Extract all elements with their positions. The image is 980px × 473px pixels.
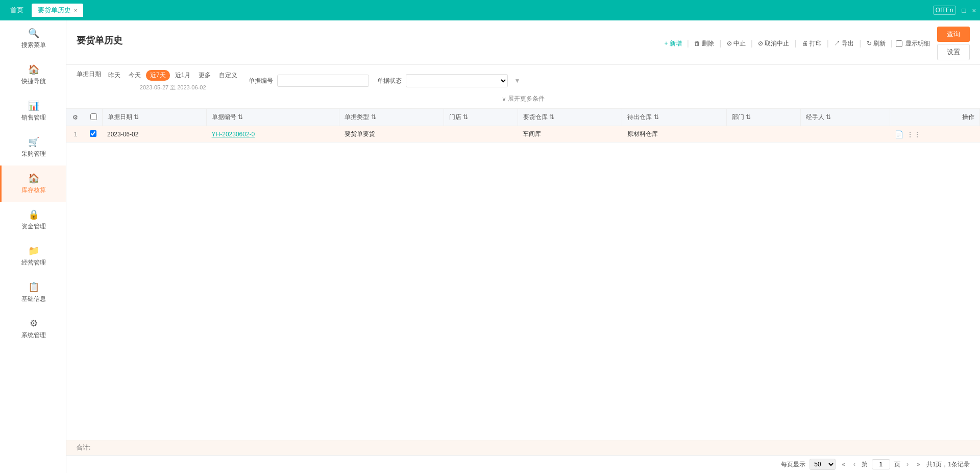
next-more-btn[interactable]: » [915,460,922,469]
refresh-button[interactable]: ↻ 刷新 [865,38,888,49]
date-range-text: 2023-05-27 至 2023-06-02 [140,84,206,91]
sort-icon: ⇅ [371,113,376,121]
export-button[interactable]: ↗ 导出 [832,38,856,49]
stop-button[interactable]: ⊘ 中止 [725,38,748,49]
expand-icon: ∨ [502,96,506,103]
row-dept [726,126,800,143]
sidebar-item-label: 搜索菜单 [21,41,46,50]
total-info: 共1页，1条记录 [926,460,970,469]
close-icon[interactable]: × [972,7,976,14]
print-button[interactable]: 🖨 打印 [800,38,824,49]
doc-no-filter-label: 单据编号 [249,77,273,85]
search-menu-icon: 🔍 [28,28,39,39]
filter-area: 单据日期 昨天 今天 近7天 近1月 更多 自定义 2023-05-27 至 2… [66,65,980,109]
total-label: 合计: [77,444,90,451]
col-doc-no[interactable]: 单据编号 ⇅ [207,109,339,126]
row-actions: 📄 ⋮⋮ [890,126,979,143]
table-row[interactable]: 1 2023-06-02 YH-20230602-0 要货单要货 车间库 原材料… [66,126,980,143]
row-edit-icon[interactable]: 📄 [895,130,903,138]
col-doc-type[interactable]: 单据类型 ⇅ [339,109,444,126]
tab-close-icon[interactable]: × [74,7,77,13]
data-table: ⚙ 单据日期 ⇅ 单据编号 ⇅ 单据类型 ⇅ [66,109,980,143]
settings-icon[interactable]: ⚙ [72,114,78,121]
cancel-stop-button[interactable]: ⊘ 取消中止 [756,38,791,49]
expand-more-btn[interactable]: ∨ 展开更多条件 [77,94,970,103]
row-store [444,126,518,143]
sidebar-item-finance[interactable]: 🔒 资金管理 [0,202,66,238]
status-dropdown-icon[interactable]: ▼ [514,77,520,84]
top-bar: 首页 要货单历史 × OfTEn □ × [0,0,980,20]
page-title: 要货单历史 [77,34,122,46]
date-btn-1month[interactable]: 近1月 [172,70,194,80]
status-select[interactable] [406,74,508,87]
date-btn-yesterday[interactable]: 昨天 [105,70,124,80]
sidebar-item-quick-nav[interactable]: 🏠 快捷导航 [0,57,66,93]
tab-home[interactable]: 首页 [4,4,30,17]
row-doc-no[interactable]: YH-20230602-0 [207,126,339,143]
sidebar-item-inventory[interactable]: 🏠 库存核算 [0,165,66,202]
date-btn-7days[interactable]: 近7天 [146,70,170,81]
sidebar-item-label: 快捷导航 [21,77,46,86]
display-detail-checkbox[interactable] [896,40,902,47]
delete-button[interactable]: 🗑 删除 [692,38,716,49]
page-label: 第 [862,460,868,469]
sales-icon: 📊 [28,100,39,111]
prev-more-btn[interactable]: « [840,460,847,469]
col-dept[interactable]: 部门 ⇅ [726,109,800,126]
sidebar-item-search-menu[interactable]: 🔍 搜索菜单 [0,20,66,57]
date-btn-more[interactable]: 更多 [195,70,214,80]
prev-btn[interactable]: ‹ [851,460,857,469]
sidebar: 🔍 搜索菜单 🏠 快捷导航 📊 销售管理 🛒 采购管理 🏠 库存核算 🔒 资金管… [0,20,66,473]
col-settings[interactable]: ⚙ [66,109,85,126]
expand-label: 展开更多条件 [508,94,545,103]
row-dest-warehouse: 原材料仓库 [622,126,727,143]
sidebar-item-label: 采购管理 [21,150,46,158]
per-page-select[interactable]: 50 10 20 100 [810,459,836,470]
date-filters: 昨天 今天 近7天 近1月 更多 自定义 2023-05-27 至 2023-0… [105,70,240,91]
col-dept-label: 部门 [732,113,744,121]
page-unit: 页 [894,460,900,469]
footer-bar: 合计: [66,440,980,455]
table-container: ⚙ 单据日期 ⇅ 单据编号 ⇅ 单据类型 ⇅ [66,109,980,440]
col-req-warehouse[interactable]: 要货仓库 ⇅ [518,109,622,126]
col-actions: 操作 [890,109,979,126]
row-doc-date: 2023-06-02 [102,126,207,143]
col-dest-warehouse[interactable]: 待出仓库 ⇅ [622,109,727,126]
date-btn-custom[interactable]: 自定义 [216,70,240,80]
col-store-label: 门店 [449,113,461,121]
sidebar-item-operations[interactable]: 📁 经营管理 [0,238,66,274]
purchase-icon: 🛒 [28,136,39,148]
sidebar-item-system-mgmt[interactable]: ⚙ 系统管理 [0,311,66,347]
sidebar-item-sales-mgmt[interactable]: 📊 销售管理 [0,93,66,129]
row-more-icon[interactable]: ⋮⋮ [906,130,921,138]
sort-icon: ⇅ [746,113,751,121]
col-store[interactable]: 门店 ⇅ [444,109,518,126]
sort-icon: ⇅ [134,113,139,121]
row-checkbox[interactable] [85,126,102,143]
status-filter-label: 单据状态 [377,77,402,85]
query-button[interactable]: 查询 [937,27,970,42]
tab-requisition-history[interactable]: 要货单历史 × [32,4,83,17]
date-btn-today[interactable]: 今天 [126,70,144,80]
system-mgmt-icon: ⚙ [30,318,38,329]
main-layout: 🔍 搜索菜单 🏠 快捷导航 📊 销售管理 🛒 采购管理 🏠 库存核算 🔒 资金管… [0,20,980,473]
sort-icon: ⇅ [654,113,659,121]
col-doc-date[interactable]: 单据日期 ⇅ [102,109,207,126]
basic-info-icon: 📋 [28,281,39,293]
col-doc-date-label: 单据日期 [108,113,132,121]
col-handler[interactable]: 经手人 ⇅ [800,109,890,126]
page-input[interactable] [872,459,890,469]
next-btn[interactable]: › [904,460,911,469]
new-button[interactable]: + 新增 [663,38,684,49]
sidebar-item-basic-info[interactable]: 📋 基础信息 [0,274,66,311]
finance-icon: 🔒 [28,209,39,220]
top-bar-right: OfTEn □ × [933,6,976,15]
sidebar-item-purchase-mgmt[interactable]: 🛒 采购管理 [0,129,66,165]
row-doc-type: 要货单要货 [339,126,444,143]
select-all-checkbox[interactable] [90,113,97,120]
col-doc-type-label: 单据类型 [345,113,369,121]
doc-no-input[interactable] [277,75,369,87]
maximize-icon[interactable]: □ [962,7,966,14]
sidebar-item-label: 销售管理 [21,113,46,122]
settings-button[interactable]: 设置 [937,44,970,60]
